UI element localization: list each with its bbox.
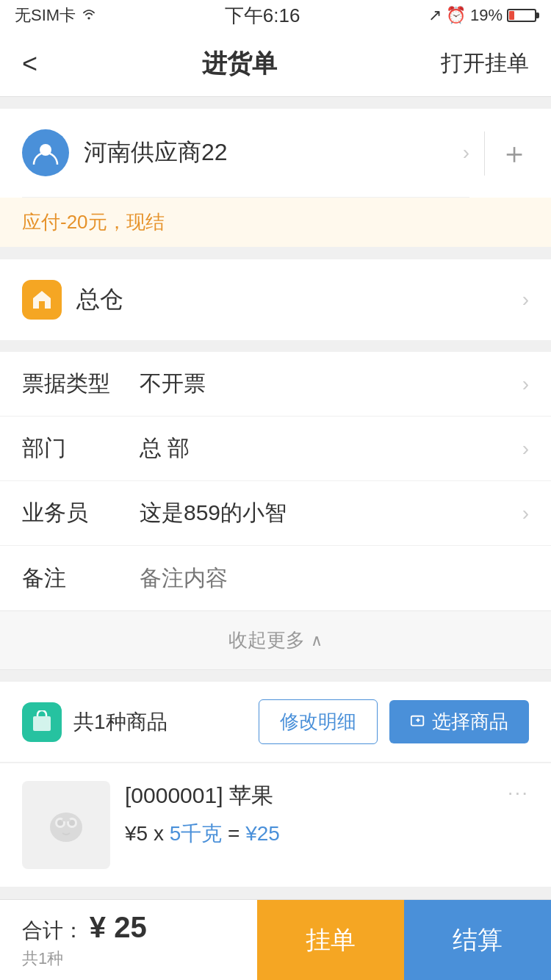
status-time: 下午6:16 xyxy=(225,3,300,29)
salesperson-row[interactable]: 业务员 这是859的小智 › xyxy=(0,481,551,546)
salesperson-label: 业务员 xyxy=(22,498,125,528)
status-right: ↗ ⏰ 19% xyxy=(428,6,536,25)
remark-label: 备注 xyxy=(22,563,125,594)
products-count: 共1种商品 xyxy=(73,708,247,736)
vertical-divider xyxy=(484,131,485,176)
department-label: 部门 xyxy=(22,433,125,464)
total-label: 合计： xyxy=(22,919,84,942)
salesperson-value: 这是859的小智 xyxy=(125,498,515,528)
collapse-row[interactable]: 收起更多 ∧ xyxy=(0,610,551,670)
product-more-button[interactable]: ··· xyxy=(508,781,529,804)
price-total: ¥25 xyxy=(245,822,280,845)
svg-rect-1 xyxy=(39,301,45,309)
svg-rect-2 xyxy=(33,716,51,731)
invoice-chevron-icon: › xyxy=(522,372,529,396)
warehouse-name: 总仓 xyxy=(76,284,515,316)
collapse-label: 收起更多 xyxy=(228,627,305,653)
product-item: [0000001] 苹果 ¥5 x 5千克 = ¥25 ··· xyxy=(0,763,551,887)
form-section: 票据类型 不开票 › 部门 总 部 › 业务员 这是859的小智 › 备注 xyxy=(0,352,551,610)
select-product-label: 选择商品 xyxy=(432,709,508,735)
product-price: ¥5 x 5千克 = ¥25 xyxy=(125,820,493,848)
wifi-icon xyxy=(82,6,96,25)
invoice-type-label: 票据类型 xyxy=(22,369,125,399)
supplier-row[interactable]: 河南供应商22 › xyxy=(22,109,469,198)
remark-row[interactable]: 备注 xyxy=(0,546,551,610)
price-qty: 5千克 xyxy=(170,822,223,845)
bottom-total: 合计： ¥ 25 共1种 xyxy=(0,911,257,970)
product-code: [0000001] 苹果 xyxy=(125,783,273,807)
notice-banner: 应付-20元，现结 xyxy=(0,198,551,248)
edit-detail-button[interactable]: 修改明细 xyxy=(259,699,378,744)
warehouse-icon xyxy=(22,280,62,320)
checkout-button[interactable]: 结算 xyxy=(404,900,551,981)
location-icon: ↗ xyxy=(428,6,442,25)
product-name: [0000001] 苹果 xyxy=(125,781,493,811)
page-title: 进货单 xyxy=(202,47,277,81)
department-value: 总 部 xyxy=(125,433,515,464)
alarm-icon: ⏰ xyxy=(446,6,466,25)
total-count: 共1种 xyxy=(22,948,235,970)
warehouse-row[interactable]: 总仓 › xyxy=(22,259,529,340)
warehouse-chevron-icon: › xyxy=(522,288,529,311)
battery-percent: 19% xyxy=(470,6,503,25)
collapse-arrow-icon: ∧ xyxy=(311,631,323,650)
supplier-avatar xyxy=(22,129,69,176)
supplier-chevron-icon: › xyxy=(463,141,469,165)
department-row[interactable]: 部门 总 部 › xyxy=(0,417,551,481)
bottom-bar: 合计： ¥ 25 共1种 挂单 结算 xyxy=(0,899,551,980)
products-icon xyxy=(22,702,62,742)
warehouse-section: 总仓 › xyxy=(0,259,551,340)
back-button[interactable]: < xyxy=(22,48,37,79)
supplier-name: 河南供应商22 xyxy=(84,137,455,169)
product-info: [0000001] 苹果 ¥5 x 5千克 = ¥25 xyxy=(125,781,493,848)
product-thumbnail xyxy=(22,781,110,869)
hold-button[interactable]: 挂单 xyxy=(257,900,404,981)
status-bar: 无SIM卡 下午6:16 ↗ ⏰ 19% xyxy=(0,0,551,31)
gap-1 xyxy=(0,97,551,109)
total-amount: ¥ 25 xyxy=(90,911,147,943)
department-chevron-icon: › xyxy=(522,437,529,461)
remark-input[interactable] xyxy=(125,566,529,591)
add-supplier-button[interactable]: ＋ xyxy=(500,133,529,173)
select-product-button[interactable]: 选择商品 xyxy=(389,700,529,743)
total-row: 合计： ¥ 25 xyxy=(22,911,235,945)
battery-icon xyxy=(507,9,536,22)
invoice-type-value: 不开票 xyxy=(125,369,515,399)
open-hold-button[interactable]: 打开挂单 xyxy=(441,48,529,79)
notice-text: 应付-20元，现结 xyxy=(22,211,165,233)
price-unit: ¥5 x xyxy=(125,822,170,845)
nav-bar: < 进货单 打开挂单 xyxy=(0,31,551,97)
carrier-label: 无SIM卡 xyxy=(15,4,76,26)
status-left: 无SIM卡 xyxy=(15,4,96,26)
supplier-section: 河南供应商22 › ＋ xyxy=(0,109,551,198)
invoice-type-row[interactable]: 票据类型 不开票 › xyxy=(0,352,551,417)
price-equals: = xyxy=(222,822,245,845)
products-header: 共1种商品 修改明细 选择商品 xyxy=(0,682,551,762)
salesperson-chevron-icon: › xyxy=(522,502,529,525)
